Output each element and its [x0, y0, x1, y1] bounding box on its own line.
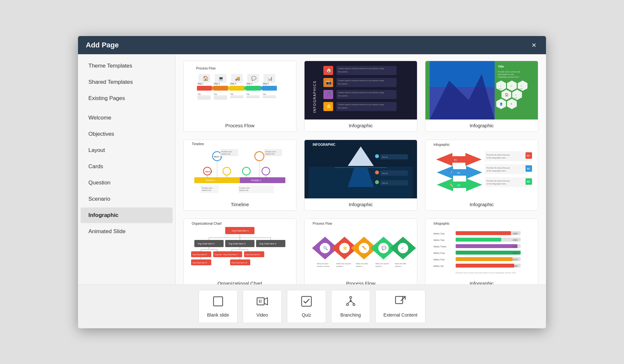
svg-text:Provides more: Provides more: [265, 151, 276, 153]
template-card-infographic-dark-1[interactable]: INFOGRAPHICS 🏠 Create visual or textual …: [304, 61, 417, 132]
svg-text:1550: 1550: [513, 239, 518, 241]
branching-button[interactable]: Branching: [331, 290, 370, 323]
svg-rect-149: [485, 151, 527, 161]
external-content-label: External Content: [384, 312, 417, 318]
svg-text:Timeline: Timeline: [192, 142, 204, 146]
branching-icon: [345, 295, 357, 310]
svg-rect-243: [456, 238, 501, 242]
template-label-infographic-dark-1: Infographic: [305, 119, 417, 132]
svg-rect-155: [485, 177, 527, 187]
svg-text:🎵: 🎵: [326, 92, 332, 97]
svg-text:Title 01: Title 01: [382, 156, 388, 158]
svg-text:💬: 💬: [382, 245, 386, 250]
svg-rect-14: [213, 86, 228, 91]
svg-text:Title: Title: [214, 93, 217, 95]
svg-text:Step 5: Step 5: [263, 82, 269, 85]
svg-text:Provides more: Provides more: [221, 151, 232, 153]
svg-text:2450: 2450: [513, 265, 518, 267]
sidebar-item-layout[interactable]: Layout: [81, 143, 173, 158]
sidebar-item-objectives[interactable]: Objectives: [81, 126, 173, 142]
svg-text:detail for this: detail for this: [221, 153, 231, 155]
modal-title: Add Page: [86, 41, 119, 49]
svg-text:Metric Four: Metric Four: [434, 252, 445, 254]
svg-rect-123: [256, 185, 274, 193]
svg-text:LIST: LIST: [519, 88, 523, 90]
sidebar-item-cards[interactable]: Cards: [81, 159, 173, 174]
svg-text:Write the fifth: Write the fifth: [395, 263, 406, 265]
svg-text:📊: 📊: [267, 76, 273, 81]
svg-text:Title: Title: [263, 93, 266, 95]
svg-text:Title: Title: [498, 65, 504, 68]
svg-point-263: [353, 304, 355, 306]
sidebar-item-existing-pages[interactable]: Existing Pages: [81, 91, 173, 106]
quiz-button[interactable]: Quiz: [287, 290, 326, 323]
template-thumb-process-flow-2: Process Flow 🔍 ⭐ ✏️: [305, 219, 417, 277]
template-thumb-org-chart: Organizational Chart Org Chart Item 1: [184, 219, 296, 277]
svg-text:detail for this: detail for this: [202, 189, 211, 191]
svg-text:👤: 👤: [500, 102, 503, 106]
video-button[interactable]: Video: [243, 290, 282, 323]
template-label-infographic-green-1: Infographic: [425, 119, 538, 132]
svg-text:detail for this: detail for this: [239, 189, 249, 191]
blank-slide-button[interactable]: Blank slide: [199, 290, 238, 323]
svg-text:section...: section...: [375, 265, 383, 267]
template-label-infographic-arrows: Infographic: [425, 198, 538, 210]
svg-text:Title: Title: [230, 93, 233, 95]
sidebar-item-animated-slide[interactable]: Animated Slide: [81, 224, 173, 239]
modal-header: Add Page ×: [78, 36, 546, 54]
template-thumb-infographic-arrows: Infographic 01 🔭 02 ✏️ 03: [425, 140, 538, 198]
template-card-org-chart[interactable]: Organizational Chart Org Chart Item 1: [183, 219, 296, 284]
svg-text:Item 2: Item 2: [205, 170, 213, 173]
svg-rect-20: [262, 86, 277, 91]
svg-text:information for this: information for this: [498, 73, 514, 75]
template-grid: Process Flow 🏠 💻 🚚 💬 📊: [183, 61, 538, 284]
svg-text:Title: Title: [198, 93, 201, 95]
sidebar-item-question[interactable]: Question: [81, 175, 173, 191]
template-card-infographic-green-1[interactable]: Title Provide more context and informati…: [425, 61, 538, 132]
svg-rect-242: [456, 231, 511, 235]
content-area: Process Flow 🏠 💻 🚚 💬 📊: [176, 54, 546, 284]
svg-text:02: 02: [457, 171, 460, 174]
svg-point-261: [350, 296, 352, 298]
svg-text:Org Chart Item 1: Org Chart Item 1: [232, 230, 249, 232]
template-card-process-flow-1[interactable]: Process Flow 🏠 💻 🚚 💬 📊: [183, 61, 296, 132]
quiz-icon: [301, 295, 312, 310]
sidebar-item-theme-templates[interactable]: Theme Templates: [81, 58, 173, 74]
template-label-process-flow-2: Process Flow: [305, 277, 417, 284]
svg-text:💻: 💻: [218, 76, 224, 81]
template-label-process-flow-1: Process Flow: [184, 119, 296, 132]
svg-text:of the infographic here.: of the infographic here.: [487, 157, 507, 159]
blank-slide-icon: [212, 295, 224, 310]
svg-text:Step 1: Step 1: [198, 82, 204, 85]
template-label-infographic-iceberg: Infographic: [305, 198, 417, 210]
video-label: Video: [256, 312, 268, 318]
template-card-process-flow-2[interactable]: Process Flow 🔍 ⭐ ✏️: [304, 219, 417, 284]
external-content-icon: [395, 295, 406, 310]
svg-text:⇔: ⇔: [510, 85, 512, 87]
branching-label: Branching: [340, 312, 361, 318]
template-card-timeline[interactable]: Timeline PHASE 1 PHASE 2 Item 2: [183, 140, 296, 211]
svg-rect-255: [214, 297, 223, 306]
svg-text:🏠: 🏠: [203, 75, 209, 81]
svg-rect-12: [197, 86, 212, 91]
svg-point-133: [375, 170, 379, 174]
sidebar-item-infographic[interactable]: Infographic: [81, 207, 173, 223]
svg-text:Infographic: Infographic: [434, 143, 449, 146]
close-button[interactable]: ×: [530, 41, 538, 50]
svg-text:✦: ✦: [510, 103, 513, 106]
template-card-infographic-iceberg[interactable]: INFOGRAPHIC Title 01: [304, 140, 417, 211]
svg-text:🏠: 🏠: [326, 68, 332, 73]
template-label-bar-chart: Infographic: [425, 277, 538, 284]
svg-rect-111: [220, 149, 238, 156]
sidebar-item-welcome[interactable]: Welcome: [81, 110, 173, 126]
sidebar-item-scenario[interactable]: Scenario: [81, 191, 173, 207]
svg-rect-36: [214, 98, 227, 99]
svg-text:INFOGRAPHIC: INFOGRAPHIC: [313, 143, 335, 146]
template-card-bar-chart[interactable]: Infographic Metric One Metric Two Metric…: [425, 219, 538, 284]
external-content-button[interactable]: External Content: [375, 290, 425, 323]
svg-text:INFOGRAPHICS: INFOGRAPHICS: [313, 80, 317, 113]
template-card-infographic-arrows[interactable]: Infographic 01 🔭 02 ✏️ 03: [425, 140, 538, 211]
sidebar-item-shared-templates[interactable]: Shared Templates: [81, 74, 173, 90]
svg-text:detail for this: detail for this: [265, 153, 275, 155]
svg-marker-257: [264, 298, 267, 305]
